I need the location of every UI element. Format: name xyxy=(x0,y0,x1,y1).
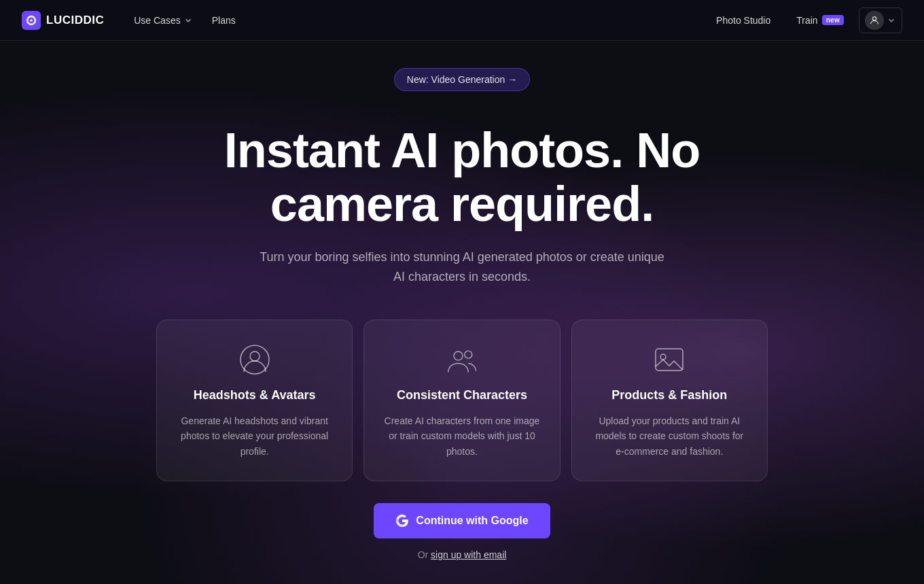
products-desc: Upload your products and train AI models… xyxy=(591,413,748,459)
nav-train-label: Train xyxy=(796,15,817,26)
characters-icon xyxy=(444,342,480,377)
nav-use-cases[interactable]: Use Cases xyxy=(126,11,200,30)
user-avatar xyxy=(865,11,884,30)
google-button-label: Continue with Google xyxy=(416,515,528,527)
nav-menu: Use Cases Plans xyxy=(126,11,244,30)
nav-user-menu[interactable] xyxy=(859,7,902,33)
nav-right: Photo Studio Train new xyxy=(705,7,902,33)
card-products: Products & Fashion Upload your products … xyxy=(571,320,768,481)
logo-svg xyxy=(25,14,37,27)
nav-plans-label: Plans xyxy=(212,15,236,26)
announcement-text: New: Video Generation → xyxy=(407,74,517,85)
google-signin-button[interactable]: Continue with Google xyxy=(374,503,550,538)
nav-photo-studio[interactable]: Photo Studio xyxy=(705,11,781,30)
svg-point-4 xyxy=(241,345,269,374)
products-icon xyxy=(652,342,687,377)
svg-rect-8 xyxy=(656,349,683,371)
user-circle-icon xyxy=(238,343,271,376)
svg-point-2 xyxy=(30,19,33,22)
nav-plans[interactable]: Plans xyxy=(204,11,244,30)
image-frame-icon xyxy=(653,343,686,376)
headshots-desc: Generate AI headshots and vibrant photos… xyxy=(176,413,333,459)
logo-text: LUCIDDIC xyxy=(46,14,104,27)
hero-title: Instant AI photos. No camera required. xyxy=(190,124,734,231)
nav-left: LUCIDDIC Use Cases Plans xyxy=(22,11,244,30)
svg-point-6 xyxy=(454,351,463,360)
new-badge: new xyxy=(822,15,844,25)
or-text: Or xyxy=(418,549,429,560)
products-title: Products & Fashion xyxy=(611,388,727,402)
user-icon xyxy=(869,15,880,26)
announcement-banner[interactable]: New: Video Generation → xyxy=(394,68,530,91)
logo[interactable]: LUCIDDIC xyxy=(22,11,104,30)
svg-point-5 xyxy=(250,351,260,361)
users-icon xyxy=(446,343,478,376)
google-icon xyxy=(395,514,409,528)
svg-point-9 xyxy=(660,354,666,360)
chevron-down-icon xyxy=(183,16,193,25)
email-signin-text: Or sign up with email xyxy=(418,549,507,560)
svg-point-3 xyxy=(872,16,876,20)
hero-subtitle: Turn your boring selfies into stunning A… xyxy=(258,247,666,287)
main-content: New: Video Generation → Instant AI photo… xyxy=(0,41,924,584)
navbar: LUCIDDIC Use Cases Plans Photo Studio Tr… xyxy=(0,0,924,41)
feature-cards: Headshots & Avatars Generate AI headshot… xyxy=(156,320,768,481)
card-headshots: Headshots & Avatars Generate AI headshot… xyxy=(156,320,353,481)
card-characters: Consistent Characters Create AI characte… xyxy=(363,320,560,481)
headshots-title: Headshots & Avatars xyxy=(194,388,316,402)
characters-title: Consistent Characters xyxy=(397,388,527,402)
email-signup-link[interactable]: sign up with email xyxy=(431,549,506,560)
nav-train[interactable]: Train new xyxy=(787,11,853,30)
logo-icon xyxy=(22,11,41,30)
headshots-icon xyxy=(237,342,272,377)
svg-point-7 xyxy=(465,351,472,358)
characters-desc: Create AI characters from one image or t… xyxy=(383,413,540,459)
user-chevron-icon xyxy=(887,16,896,25)
nav-use-cases-label: Use Cases xyxy=(134,15,180,26)
